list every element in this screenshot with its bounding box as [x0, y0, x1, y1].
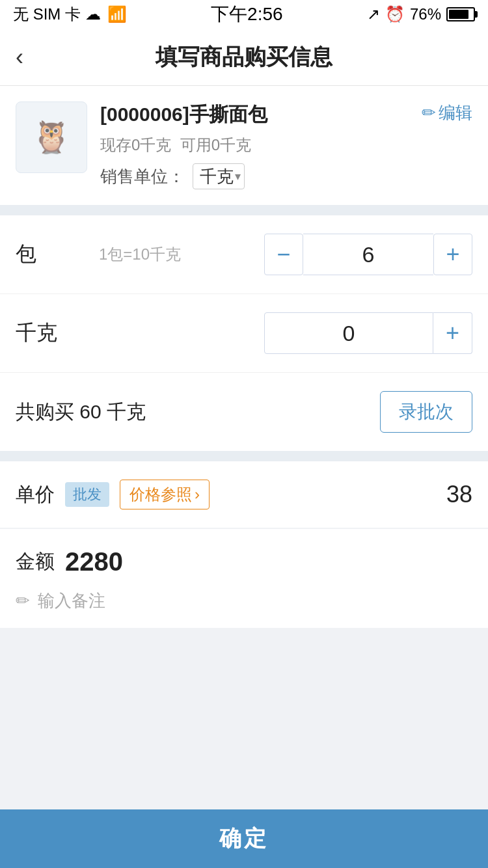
kg-qty-input[interactable] — [264, 312, 433, 354]
wifi-icon: 📶 — [107, 5, 127, 23]
package-qty-row: 包 1包=10千克 − + — [0, 215, 488, 294]
battery-percent: 76% — [410, 5, 441, 23]
price-label: 单价 — [16, 481, 55, 508]
total-row: 共购买 60 千克 录批次 — [0, 373, 488, 451]
status-time: 下午2:56 — [211, 2, 283, 27]
edit-icon: ✏ — [422, 103, 436, 123]
package-minus-button[interactable]: − — [264, 234, 303, 275]
product-logo: 🦉 — [32, 119, 71, 156]
product-unit-row: 销售单位： 千克 — [100, 163, 472, 189]
confirm-button-label: 确定 — [219, 824, 269, 854]
product-stock: 现存0千克 可用0千克 — [100, 135, 472, 156]
pencil-icon: ✏ — [16, 591, 30, 611]
nav-bar: ‹ 填写商品购买信息 — [0, 29, 488, 86]
unit-select-wrapper[interactable]: 千克 — [193, 163, 245, 189]
kg-label: 千克 — [16, 319, 94, 347]
record-batch-button[interactable]: 录批次 — [380, 391, 472, 433]
divider-2 — [0, 451, 488, 461]
kg-qty-row: 千克 + — [0, 294, 488, 373]
product-name: [0000006]手撕面包 — [100, 102, 472, 128]
product-image: 🦉 — [16, 102, 87, 173]
total-text: 共购买 60 千克 — [16, 399, 146, 426]
back-button[interactable]: ‹ — [16, 44, 23, 71]
price-ref-button[interactable]: 价格参照 › — [120, 480, 210, 509]
product-info: [0000006]手撕面包 现存0千克 可用0千克 销售单位： 千克 — [100, 102, 472, 189]
spacer — [0, 628, 488, 823]
amount-card: 金额 2280 ✏ 输入备注 — [0, 529, 488, 628]
amount-value: 2280 — [65, 547, 123, 576]
edit-button[interactable]: ✏ 编辑 — [422, 102, 472, 124]
price-tag: 批发 — [65, 482, 109, 507]
unit-select[interactable]: 千克 — [193, 163, 245, 189]
unit-label: 销售单位： — [100, 165, 185, 188]
package-qty-controls: − + — [264, 234, 472, 275]
price-row: 单价 批发 价格参照 › 38 — [0, 461, 488, 528]
confirm-button[interactable]: 确定 — [0, 809, 488, 868]
battery-icon — [446, 7, 475, 21]
product-card: 🦉 [0000006]手撕面包 现存0千克 可用0千克 销售单位： 千克 ✏ 编… — [0, 86, 488, 205]
remark-row[interactable]: ✏ 输入备注 — [16, 590, 472, 612]
package-sublabel: 1包=10千克 — [99, 244, 264, 265]
amount-row: 金额 2280 — [16, 547, 472, 576]
package-label: 包 — [16, 240, 94, 269]
sim-label: 无 SIM 卡 ☁ — [13, 4, 101, 25]
location-icon: ↗ — [367, 5, 380, 23]
amount-label: 金额 — [16, 549, 55, 575]
package-qty-input[interactable] — [303, 234, 433, 275]
remark-label: 输入备注 — [38, 590, 105, 612]
page-title: 填写商品购买信息 — [156, 42, 332, 72]
package-plus-button[interactable]: + — [433, 234, 472, 275]
status-right: ↗ ⏰ 76% — [367, 5, 475, 23]
qty-section: 包 1包=10千克 − + 千克 + — [0, 215, 488, 373]
kg-plus-button[interactable]: + — [433, 312, 472, 354]
status-bar: 无 SIM 卡 ☁ 📶 下午2:56 ↗ ⏰ 76% — [0, 0, 488, 29]
price-value: 38 — [446, 481, 472, 508]
status-left: 无 SIM 卡 ☁ 📶 — [13, 4, 127, 25]
kg-qty-controls: + — [264, 312, 472, 354]
alarm-icon: ⏰ — [385, 5, 405, 23]
divider-1 — [0, 205, 488, 215]
